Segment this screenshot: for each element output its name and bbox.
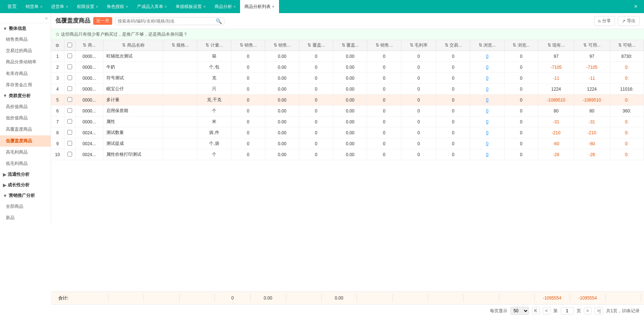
sidebar-section-overall[interactable]: ▼ 整体信息: [0, 23, 51, 34]
sidebar-item-inventory-capital[interactable]: 库存资金占用: [0, 79, 51, 91]
nav-close-icon[interactable]: ×: [66, 4, 68, 9]
sidebar-item-low-coverage[interactable]: 低覆盖度商品: [0, 135, 51, 147]
nav-product-analysis[interactable]: 商品分析×: [210, 0, 240, 13]
sidebar-item-in-stock[interactable]: 有库存商品: [0, 68, 51, 79]
nav-sales-order[interactable]: 销货单×: [21, 0, 47, 13]
nav-doc-template[interactable]: 单据模板设置×: [171, 0, 210, 13]
th-spec[interactable]: ⇅ 规格...: [163, 40, 197, 51]
sidebar-item-high-coverage[interactable]: 高覆盖度商品: [0, 124, 51, 135]
cell-browse1[interactable]: 0: [470, 116, 504, 127]
sidebar-section-cluster[interactable]: ▼ 类群度分析: [0, 91, 51, 101]
th-checkbox[interactable]: [64, 40, 75, 51]
nav-product-analysis-list[interactable]: 商品分析列表×: [240, 0, 279, 13]
nav-home[interactable]: 首页: [3, 0, 21, 13]
th-code[interactable]: ⇅ 商...: [75, 40, 103, 51]
window-close-btn[interactable]: ×: [631, 3, 641, 10]
nav-close-icon[interactable]: ×: [96, 4, 98, 9]
th-gross-rate[interactable]: ⇅ 毛利率: [401, 40, 436, 51]
table-row: 1 0000... 旺辅批次测试 箱 0 0.00 0 0.00 0 0 0 0…: [51, 51, 644, 62]
cell-browse1[interactable]: 0: [470, 73, 504, 84]
nav-close-icon[interactable]: ×: [165, 4, 167, 9]
sidebar-item-low-profit[interactable]: 低毛利商品: [0, 158, 51, 169]
cell-check[interactable]: [64, 116, 75, 127]
cell-check[interactable]: [64, 138, 75, 149]
th-trade[interactable]: ⇅ 交易...: [436, 40, 470, 51]
cell-check[interactable]: [64, 51, 75, 62]
cell-check[interactable]: [64, 95, 75, 106]
row-checkbox[interactable]: [67, 86, 72, 91]
sidebar-collapse-btn[interactable]: «: [45, 15, 48, 21]
per-page-select[interactable]: 50 100 200: [510, 307, 529, 315]
cell-check[interactable]: [64, 106, 75, 116]
cell-check[interactable]: [64, 73, 75, 84]
th-sellable[interactable]: ⇅ 可销...: [610, 40, 644, 51]
sidebar-section-flow[interactable]: ▶ 流通性分析: [0, 169, 51, 180]
nav-close-icon[interactable]: ×: [272, 4, 274, 9]
row-checkbox[interactable]: [67, 141, 72, 146]
sidebar-section-marketing[interactable]: ▼ 营销推广分析: [0, 190, 51, 201]
page-number-input[interactable]: [561, 307, 574, 314]
cell-check[interactable]: [64, 127, 75, 138]
sidebar-item-high-value[interactable]: 高价值商品: [0, 101, 51, 112]
last-page-btn[interactable]: >|: [594, 307, 603, 314]
cell-browse1[interactable]: 0: [470, 127, 504, 138]
th-settings[interactable]: ⚙: [51, 40, 64, 51]
th-sales-amount[interactable]: ⇅ 销售...: [265, 40, 299, 51]
th-browse1[interactable]: ⇅ 浏览...: [470, 40, 504, 51]
row-checkbox[interactable]: [67, 152, 72, 156]
share-button[interactable]: ⎋ 分享: [594, 16, 615, 26]
th-name[interactable]: ⇅ 商品名称: [103, 40, 163, 51]
row-checkbox[interactable]: [67, 119, 72, 124]
sidebar-section-growth[interactable]: ▶ 成长性分析: [0, 180, 51, 190]
th-browse2[interactable]: ⇅ 浏览...: [504, 40, 538, 51]
total-spacer9: [464, 294, 499, 302]
cell-browse1[interactable]: 0: [470, 138, 504, 149]
cell-check[interactable]: [64, 149, 75, 160]
th-available[interactable]: ⇅ 可用...: [574, 40, 610, 51]
th-sales-count[interactable]: ⇅ 销售...: [231, 40, 265, 51]
next-page-btn[interactable]: >: [584, 307, 592, 314]
select-all-checkbox[interactable]: [67, 43, 72, 47]
sidebar-item-low-value[interactable]: 低价值商品: [0, 112, 51, 124]
nav-permission-settings[interactable]: 权限设置×: [72, 0, 102, 13]
nav-close-icon[interactable]: ×: [233, 4, 236, 9]
sidebar-item-category-turnover[interactable]: 商品分类动销率: [0, 56, 51, 68]
row-checkbox[interactable]: [67, 97, 72, 102]
search-box[interactable]: 🔍: [115, 17, 224, 25]
th-current[interactable]: ⇅ 现有...: [538, 40, 574, 51]
th-cover2[interactable]: ⇅ 覆盖...: [333, 40, 367, 51]
export-button[interactable]: ↗ 导出: [618, 16, 640, 26]
cell-browse1[interactable]: 0: [470, 51, 504, 62]
nav-product-inbound[interactable]: 产成品入库单×: [133, 0, 171, 13]
th-unit[interactable]: ⇅ 计量...: [197, 40, 231, 51]
nav-close-icon[interactable]: ×: [203, 4, 205, 9]
period-button[interactable]: 近一月: [93, 17, 112, 25]
nav-close-icon[interactable]: ×: [40, 4, 42, 9]
row-checkbox[interactable]: [67, 130, 72, 135]
sidebar-item-sales-goods[interactable]: 销售类商品: [0, 34, 51, 45]
row-checkbox[interactable]: [67, 108, 72, 113]
first-page-btn[interactable]: K: [532, 307, 540, 314]
sidebar-item-all-goods[interactable]: 全部商品: [0, 201, 51, 212]
cell-browse1[interactable]: 0: [470, 84, 504, 95]
nav-purchase-order[interactable]: 进货单×: [47, 0, 72, 13]
cell-browse1[interactable]: 0: [470, 62, 504, 73]
nav-role-auth[interactable]: 角色授权×: [102, 0, 132, 13]
sidebar-item-high-profit[interactable]: 高毛利商品: [0, 147, 51, 158]
sidebar-item-new-goods[interactable]: 新品: [0, 212, 51, 223]
sidebar-item-traded-goods[interactable]: 交易过的商品: [0, 45, 51, 56]
cell-gross-rate: 0: [401, 116, 436, 127]
cell-browse1[interactable]: 0: [470, 95, 504, 106]
th-cover1[interactable]: ⇅ 覆盖...: [299, 40, 333, 51]
nav-close-icon[interactable]: ×: [126, 4, 128, 9]
cell-browse1[interactable]: 0: [470, 149, 504, 160]
row-checkbox[interactable]: [67, 54, 72, 58]
prev-page-btn[interactable]: <: [543, 307, 550, 314]
row-checkbox[interactable]: [67, 64, 72, 69]
cell-browse1[interactable]: 0: [470, 106, 504, 116]
search-input[interactable]: [118, 19, 216, 24]
cell-check[interactable]: [64, 62, 75, 73]
row-checkbox[interactable]: [67, 75, 72, 80]
th-sales3[interactable]: ⇅ 销售...: [367, 40, 401, 51]
cell-check[interactable]: [64, 84, 75, 95]
